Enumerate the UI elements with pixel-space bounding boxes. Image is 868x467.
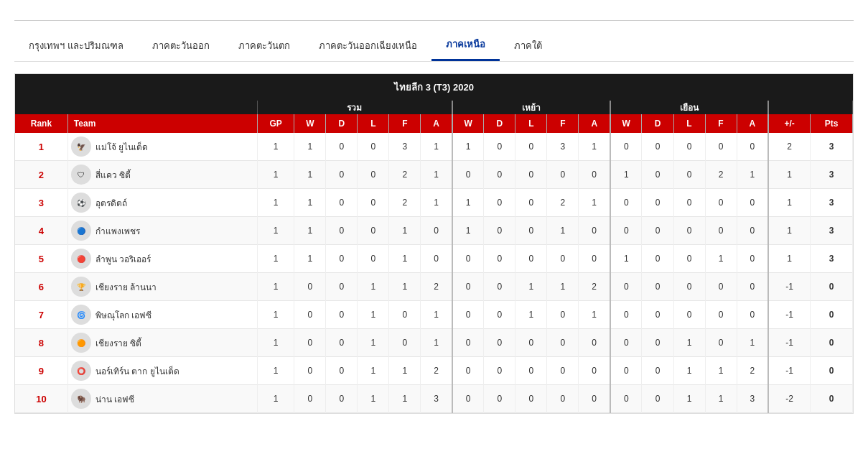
team-cell: 🌀 พิษณุโลก เอฟซี [67, 301, 257, 329]
home-l-cell: 0 [515, 385, 547, 413]
home-a-cell: 1 [579, 189, 610, 217]
pts-cell: 0 [811, 329, 853, 357]
home-l-cell: 0 [515, 245, 547, 273]
total-l-cell: 1 [358, 329, 389, 357]
table-row: 2 🛡 สี่แคว ซิตี้ 1 1 0 0 2 1 0 0 0 0 0 1… [15, 161, 853, 189]
tab-east[interactable]: ภาคตะวันออก [138, 31, 224, 60]
home-a-cell: 0 [579, 161, 610, 189]
team-name: นอร์เทิร์น ตาก ยูไนเต็ด [95, 364, 179, 378]
tab-south[interactable]: ภาคใต้ [500, 31, 556, 60]
away-d-cell: 0 [642, 385, 673, 413]
home-a-cell: 0 [579, 329, 610, 357]
team-cell: 🦅 แม่โจ้ ยูไนเต็ด [67, 133, 257, 161]
away-a-cell: 0 [737, 217, 768, 245]
total-w-cell: 0 [294, 301, 326, 329]
away-l-cell: 0 [673, 189, 705, 217]
total-w-cell: 1 [294, 161, 326, 189]
pts-cell: 3 [811, 161, 853, 189]
tab-northeast[interactable]: ภาคตะวันออกเฉียงเหนือ [304, 31, 431, 60]
away-w-cell: 0 [610, 301, 642, 329]
home-l-cell: 0 [515, 329, 547, 357]
rank-cell: 3 [15, 189, 67, 217]
total-d-cell: 0 [326, 245, 358, 273]
away-w-cell: 0 [610, 217, 642, 245]
home-w-cell: 1 [452, 133, 484, 161]
total-d-cell: 0 [326, 133, 358, 161]
away-a-cell: 1 [737, 329, 768, 357]
home-l-cell: 1 [515, 301, 547, 329]
total-d-cell: 0 [326, 357, 358, 385]
total-l-cell: 1 [358, 301, 389, 329]
home-w-cell: 0 [452, 301, 484, 329]
total-w-cell: 0 [294, 329, 326, 357]
table-row: 9 ⭕ นอร์เทิร์น ตาก ยูไนเต็ด 1 0 0 1 1 2 … [15, 357, 853, 385]
home-d-cell: 0 [484, 329, 515, 357]
team-name: สี่แคว ซิตี้ [95, 168, 131, 182]
total-a-cell: 1 [421, 329, 452, 357]
pts-cell: 0 [811, 301, 853, 329]
home-d-cell: 0 [484, 385, 515, 413]
away-a-cell: 2 [737, 357, 768, 385]
diff-cell: -2 [768, 385, 811, 413]
home-f-cell: 3 [547, 133, 579, 161]
away-d-cell: 0 [642, 273, 673, 301]
away-a-cell: 0 [737, 133, 768, 161]
total-l-cell: 0 [358, 217, 389, 245]
team-name: เชียงราย ซิตี้ [95, 336, 141, 350]
standings-table-container: ไทยลีก 3 (T3) 2020 รวม เหย้า เยือน Rank … [14, 73, 854, 414]
away-w-cell: 1 [610, 161, 642, 189]
gp-cell: 1 [257, 161, 294, 189]
home-d-cell: 0 [484, 217, 515, 245]
table-row: 3 ⚽ อุตรดิตถ์ 1 1 0 0 2 1 1 0 0 2 1 0 0 … [15, 189, 853, 217]
team-logo: ⭕ [71, 361, 91, 381]
team-logo: 🔵 [71, 221, 91, 241]
total-f-cell: 1 [389, 385, 421, 413]
table-row: 10 🦬 น่าน เอฟซี 1 0 0 1 1 3 0 0 0 0 0 0 … [15, 385, 853, 413]
gp-cell: 1 [257, 357, 294, 385]
table-row: 4 🔵 กำแพงเพชร 1 1 0 0 1 0 1 0 0 1 0 0 0 … [15, 217, 853, 245]
away-d-cell: 0 [642, 357, 673, 385]
away-f-cell: 1 [705, 385, 737, 413]
tab-bkk[interactable]: กรุงเทพฯ และปริมณฑล [14, 31, 138, 60]
diff-cell: 1 [768, 217, 811, 245]
away-a-cell: 0 [737, 189, 768, 217]
pts-cell: 3 [811, 245, 853, 273]
team-logo: 🏆 [71, 277, 91, 297]
home-l-cell: 1 [515, 273, 547, 301]
total-d-cell: 0 [326, 301, 358, 329]
home-f-cell: 0 [547, 357, 579, 385]
total-f-cell: 1 [389, 357, 421, 385]
team-logo: 🛡 [71, 165, 91, 185]
table-row: 1 🦅 แม่โจ้ ยูไนเต็ด 1 1 0 0 3 1 1 0 0 3 … [15, 133, 853, 161]
tab-west[interactable]: ภาคตะวันตก [224, 31, 304, 60]
rank-cell: 2 [15, 161, 67, 189]
home-l-cell: 0 [515, 357, 547, 385]
total-a-cell: 1 [421, 301, 452, 329]
home-d-cell: 0 [484, 245, 515, 273]
pts-cell: 0 [811, 273, 853, 301]
home-a-cell: 2 [579, 273, 610, 301]
team-cell: 🏆 เชียงราย ล้านนา [67, 273, 257, 301]
total-f-cell: 3 [389, 133, 421, 161]
home-d-cell: 0 [484, 273, 515, 301]
team-logo: ⚽ [71, 193, 91, 213]
pts-cell: 3 [811, 133, 853, 161]
total-f-cell: 1 [389, 273, 421, 301]
pts-cell: 3 [811, 217, 853, 245]
total-w-cell: 1 [294, 245, 326, 273]
total-a-cell: 0 [421, 245, 452, 273]
tab-north[interactable]: ภาคเหนือ [431, 29, 500, 61]
away-f-cell: 0 [705, 301, 737, 329]
away-a-cell: 0 [737, 301, 768, 329]
total-f-cell: 1 [389, 217, 421, 245]
rank-cell: 8 [15, 329, 67, 357]
away-f-cell: 1 [705, 357, 737, 385]
diff-cell: 1 [768, 189, 811, 217]
away-f-cell: 0 [705, 133, 737, 161]
away-w-cell: 0 [610, 357, 642, 385]
diff-cell: -1 [768, 329, 811, 357]
table-row: 7 🌀 พิษณุโลก เอฟซี 1 0 0 1 0 1 0 0 1 0 1… [15, 301, 853, 329]
away-d-cell: 0 [642, 161, 673, 189]
home-f-cell: 0 [547, 385, 579, 413]
home-w-cell: 0 [452, 273, 484, 301]
